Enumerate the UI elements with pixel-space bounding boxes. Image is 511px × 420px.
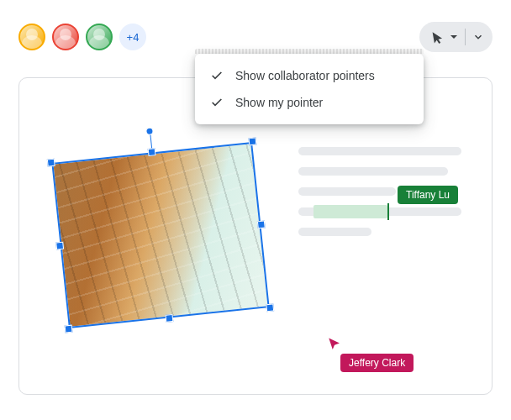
collaborator-text-cursor <box>387 203 389 220</box>
cursor-icon <box>431 30 445 44</box>
resize-handle-top-right[interactable] <box>248 138 256 146</box>
resize-handle-bottom-left[interactable] <box>65 325 73 333</box>
menu-item-show-my-pointer[interactable]: Show my pointer <box>195 89 424 116</box>
menu-item-label: Show collaborator pointers <box>235 69 375 82</box>
resize-handle-middle-right[interactable] <box>257 220 266 228</box>
avatar[interactable] <box>18 24 45 50</box>
resize-handle-top-middle[interactable] <box>148 148 156 156</box>
text-line <box>298 228 371 236</box>
collaborator-label-jeffery: Jeffery Clark <box>340 354 414 372</box>
check-icon <box>210 69 224 82</box>
avatar-overflow-count[interactable]: +4 <box>119 24 146 50</box>
chevron-down-icon[interactable] <box>472 31 484 43</box>
avatar[interactable] <box>52 24 79 50</box>
check-icon <box>210 96 224 109</box>
resize-handle-bottom-middle[interactable] <box>165 314 173 323</box>
selected-image[interactable] <box>51 142 269 328</box>
caret-down-small-icon <box>450 33 458 41</box>
building-photo <box>51 142 269 328</box>
resize-handle-top-left[interactable] <box>47 159 55 167</box>
resize-handle-middle-left[interactable] <box>55 242 64 250</box>
text-line <box>298 187 396 196</box>
rotation-handle[interactable] <box>145 127 154 135</box>
collaborator-cursor-icon <box>327 337 342 352</box>
text-line <box>298 147 461 155</box>
resize-handle-bottom-right[interactable] <box>266 303 274 312</box>
document-canvas[interactable]: Tiffany Lu Jeffery Clark <box>18 77 493 395</box>
avatar[interactable] <box>86 24 113 50</box>
menu-item-label: Show my pointer <box>235 96 323 109</box>
pointer-options-button[interactable] <box>419 22 493 52</box>
text-line <box>298 167 448 176</box>
button-divider <box>465 29 466 45</box>
pointer-options-menu: Show collaborator pointers Show my point… <box>195 54 424 124</box>
collaborator-avatars: +4 <box>18 24 146 50</box>
text-line <box>298 207 461 216</box>
collaborator-label-tiffany: Tiffany Lu <box>398 186 458 204</box>
collaborator-selection-highlight <box>313 205 387 218</box>
menu-item-show-collaborator-pointers[interactable]: Show collaborator pointers <box>195 62 424 89</box>
